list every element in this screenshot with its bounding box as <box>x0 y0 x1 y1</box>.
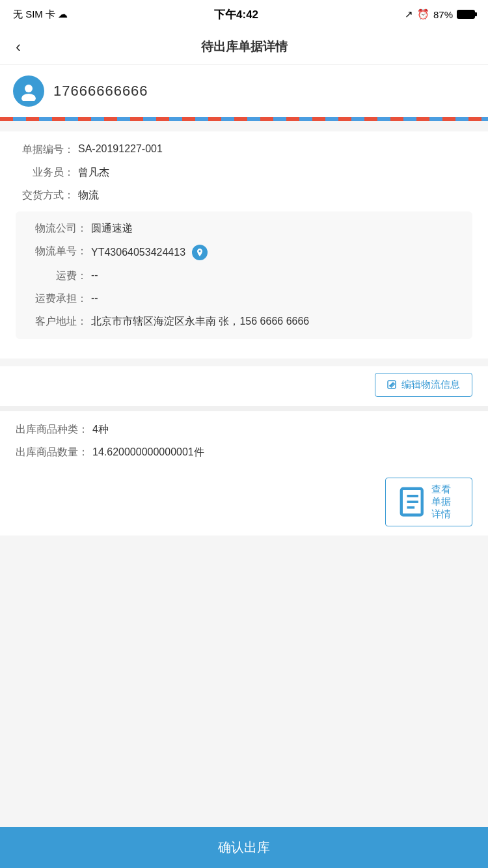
battery-text: 87% <box>433 9 453 20</box>
logistics-company-row: 物流公司： 圆通速递 <box>29 222 459 236</box>
edit-logistics-label: 编辑物流信息 <box>401 379 460 391</box>
document-number-row: 单据编号： SA-20191227-001 <box>16 143 472 157</box>
confirm-button-text: 确认出库 <box>218 840 270 854</box>
edit-logistics-btn-row: 编辑物流信息 <box>0 366 488 406</box>
logistics-company-label: 物流公司： <box>29 222 87 236</box>
status-right: ↗ ⏰ 87% <box>405 8 475 20</box>
salesman-label: 业务员： <box>16 166 74 180</box>
view-detail-label: 查看单据详情 <box>431 483 460 521</box>
goods-count-value: 14.620000000000001件 <box>92 446 472 459</box>
svg-point-0 <box>25 85 33 92</box>
logistics-tracking-row: 物流单号： YT43064053424413 <box>29 245 459 260</box>
freight-bear-value: -- <box>91 292 459 304</box>
confirm-button-area[interactable]: 确认出库 <box>0 827 488 868</box>
dashed-divider <box>0 117 488 121</box>
goods-count-label: 出库商品数量： <box>16 446 88 459</box>
view-detail-btn-row: 查看单据详情 <box>0 471 488 536</box>
track-location-button[interactable] <box>192 245 208 260</box>
section-divider <box>0 406 488 411</box>
delivery-method-value: 物流 <box>78 189 472 202</box>
status-bar: 无 SIM 卡 ☁ 下午4:42 ↗ ⏰ 87% <box>0 0 488 29</box>
sim-text: 无 SIM 卡 ☁ <box>13 8 68 21</box>
document-icon <box>398 487 427 517</box>
page-title: 待出库单据详情 <box>201 38 288 55</box>
address-row: 客户地址： 北京市市辖区海淀区永丰南 张，156 6666 6666 <box>29 315 459 329</box>
salesman-row: 业务员： 曾凡杰 <box>16 166 472 180</box>
goods-type-value: 4种 <box>92 423 472 437</box>
content-spacer <box>0 536 488 653</box>
battery-icon <box>457 10 475 19</box>
customer-phone: 17666666666 <box>53 83 148 100</box>
salesman-value: 曾凡杰 <box>78 166 472 180</box>
location-status-icon: ↗ <box>405 8 413 20</box>
goods-count-row: 出库商品数量： 14.620000000000001件 <box>16 446 472 459</box>
basic-info-section: 单据编号： SA-20191227-001 业务员： 曾凡杰 交货方式： 物流 … <box>0 131 488 359</box>
status-center: 下午4:42 <box>214 7 258 22</box>
delivery-method-label: 交货方式： <box>16 189 74 202</box>
freight-bear-row: 运费承担： -- <box>29 292 459 306</box>
goods-type-row: 出库商品种类： 4种 <box>16 423 472 437</box>
goods-type-label: 出库商品种类： <box>16 423 88 437</box>
avatar <box>13 75 44 107</box>
freight-value: -- <box>91 269 459 281</box>
back-button[interactable]: ‹ <box>10 34 26 60</box>
freight-bear-label: 运费承担： <box>29 292 87 306</box>
freight-row: 运费： -- <box>29 269 459 283</box>
freight-label: 运费： <box>29 269 87 283</box>
goods-section: 出库商品种类： 4种 出库商品数量： 14.620000000000001件 <box>0 411 488 471</box>
customer-header: 17666666666 <box>0 65 488 117</box>
document-number-label: 单据编号： <box>16 143 74 157</box>
document-number-value: SA-20191227-001 <box>78 143 472 155</box>
address-label: 客户地址： <box>29 315 87 329</box>
delivery-method-row: 交货方式： 物流 <box>16 189 472 202</box>
logistics-company-value: 圆通速递 <box>91 222 459 236</box>
edit-icon <box>387 380 398 390</box>
logistics-tracking-label: 物流单号： <box>29 245 87 258</box>
view-detail-button[interactable]: 查看单据详情 <box>385 478 472 526</box>
nav-bar: ‹ 待出库单据详情 <box>0 29 488 65</box>
alarm-icon: ⏰ <box>417 8 429 20</box>
logistics-tracking-value: YT43064053424413 <box>91 247 185 258</box>
status-left: 无 SIM 卡 ☁ <box>13 8 68 21</box>
address-value: 北京市市辖区海淀区永丰南 张，156 6666 6666 <box>91 315 459 329</box>
svg-point-1 <box>21 94 36 101</box>
logistics-card: 物流公司： 圆通速递 物流单号： YT43064053424413 运费： -- <box>16 211 472 339</box>
edit-logistics-button[interactable]: 编辑物流信息 <box>375 373 472 397</box>
